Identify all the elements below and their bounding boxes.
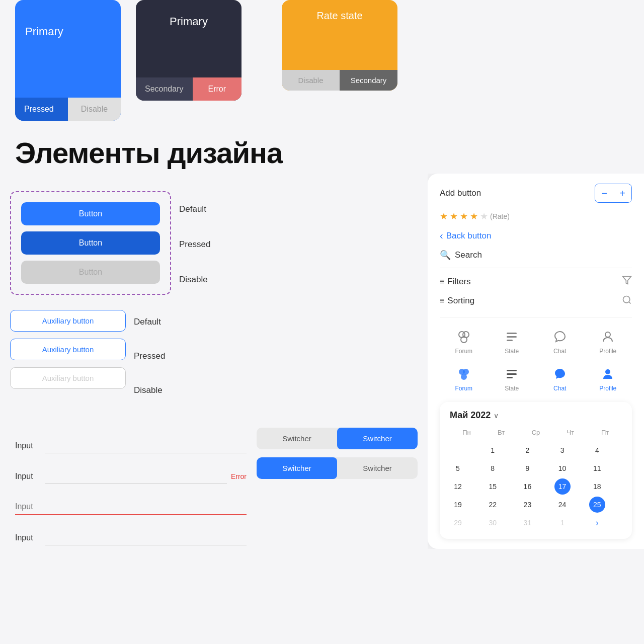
input-error-label: Error xyxy=(231,472,247,480)
cal-day-8[interactable]: 8 xyxy=(485,460,501,476)
switcher-btn-left-1[interactable]: Switcher xyxy=(257,428,337,449)
cal-day-2[interactable]: 2 xyxy=(519,442,535,458)
counter-plus-button[interactable]: + xyxy=(613,184,631,202)
input-field-error[interactable] xyxy=(15,499,247,515)
nav-item-forum-active[interactable]: Forum xyxy=(455,365,473,392)
svg-point-9 xyxy=(605,332,610,337)
forum-icon-active xyxy=(455,365,473,383)
search-label[interactable]: Search xyxy=(455,250,482,260)
switcher-section: Switcher Switcher Switcher Switcher 📅 DD… xyxy=(257,428,418,494)
cal-header-thu: Чт xyxy=(553,427,587,438)
counter-minus-button[interactable]: − xyxy=(595,184,613,202)
filters-row: ≡ Filters xyxy=(440,275,632,288)
nav-item-chat-inactive[interactable]: Chat xyxy=(551,328,569,355)
svg-rect-6 xyxy=(507,333,517,334)
swatch-rate-secondary: Secondary xyxy=(340,70,397,91)
cal-day-23[interactable]: 23 xyxy=(519,497,535,513)
right-panel-wrapper: Add button − + ★ ★ ★ ★ ★ (Rate) ‹ Back b… xyxy=(428,174,644,549)
swatch-rate-state: Rate state Disable Secondary xyxy=(282,0,397,91)
main-heading: Элементы дизайна xyxy=(15,136,282,170)
star-4[interactable]: ★ xyxy=(470,211,478,222)
cal-header-fri: Пт xyxy=(588,427,622,438)
star-2[interactable]: ★ xyxy=(450,211,458,222)
primary-button-default[interactable]: Button xyxy=(21,202,160,225)
add-button-label: Add button xyxy=(440,188,481,198)
sorting-label[interactable]: Sorting xyxy=(447,296,474,306)
aux-state-pressed: Pressed xyxy=(134,351,165,361)
aux-button-default[interactable]: Auxiliary button xyxy=(10,310,126,332)
back-button-label[interactable]: Back button xyxy=(446,231,492,241)
nav-item-profile-inactive[interactable]: Profile xyxy=(599,328,617,355)
star-5[interactable]: ★ xyxy=(480,211,488,222)
rating-label: (Rate) xyxy=(490,212,510,220)
cal-day-5[interactable]: 5 xyxy=(450,460,466,476)
input-row-4: Input xyxy=(15,530,247,545)
cal-day-15[interactable]: 15 xyxy=(485,478,501,495)
cal-day-9[interactable]: 9 xyxy=(519,460,535,476)
nav-item-state-inactive[interactable]: State xyxy=(503,328,521,355)
swatch-rate-label: Rate state xyxy=(282,0,397,22)
nav-item-profile-active[interactable]: Profile xyxy=(599,365,617,392)
cal-day-1[interactable]: 1 xyxy=(485,442,501,458)
cal-day-empty xyxy=(450,442,466,458)
cal-day-next-arrow[interactable]: › xyxy=(589,515,605,531)
primary-button-pressed[interactable]: Button xyxy=(21,231,160,255)
cal-day-10[interactable]: 10 xyxy=(554,460,571,476)
switcher-btn-right-1[interactable]: Switcher xyxy=(337,428,418,449)
input-field-1[interactable] xyxy=(45,438,247,453)
state-icon-active xyxy=(503,365,521,383)
cal-day-16[interactable]: 16 xyxy=(519,478,535,495)
svg-rect-13 xyxy=(507,370,517,371)
calendar-chevron-icon[interactable]: ∨ xyxy=(494,412,499,420)
nav-profile-label-inactive: Profile xyxy=(599,348,616,355)
cal-day-12[interactable]: 12 xyxy=(450,478,466,495)
sorting-search-icon[interactable] xyxy=(622,295,632,307)
input-row-2: Input Error xyxy=(15,468,247,484)
profile-icon-active xyxy=(599,365,617,383)
filters-lines-icon: ≡ xyxy=(440,277,444,286)
swatch-pressed: Pressed xyxy=(15,98,68,121)
cal-header-mon: Пн xyxy=(450,427,484,438)
input-row-3 xyxy=(15,499,247,515)
cal-day-17-today[interactable]: 17 xyxy=(554,478,571,495)
cal-day-22[interactable]: 22 xyxy=(485,497,501,513)
input-section: Input Input Error Input xyxy=(15,438,247,560)
nav-item-chat-active[interactable]: Chat xyxy=(551,365,569,392)
input-field-2[interactable] xyxy=(45,468,227,484)
cal-day-19[interactable]: 19 xyxy=(450,497,466,513)
input-field-4[interactable] xyxy=(45,530,247,545)
svg-marker-0 xyxy=(623,277,631,284)
cal-day-3[interactable]: 3 xyxy=(554,442,571,458)
switcher-btn-left-2[interactable]: Switcher xyxy=(257,457,337,479)
nav-item-state-active[interactable]: State xyxy=(503,365,521,392)
svg-point-12 xyxy=(461,374,467,380)
top-swatches: Primary Pressed Disable Primary Secondar… xyxy=(0,0,413,121)
cal-day-next-1[interactable]: 1 xyxy=(554,515,571,531)
sorting-lines-icon: ≡ xyxy=(440,296,444,305)
input-label-2: Input xyxy=(15,472,45,481)
cal-day-11[interactable]: 11 xyxy=(589,460,605,476)
cal-day-18[interactable]: 18 xyxy=(589,478,605,495)
swatch-secondary: Secondary xyxy=(136,77,193,101)
star-3[interactable]: ★ xyxy=(460,211,468,222)
funnel-icon[interactable] xyxy=(622,275,632,288)
svg-point-16 xyxy=(605,369,610,374)
swatch-dark-label: Primary xyxy=(136,0,242,28)
counter-buttons: − + xyxy=(595,184,632,203)
cal-day-25-selected[interactable]: 25 xyxy=(589,497,605,513)
nav-item-forum-inactive[interactable]: Forum xyxy=(455,328,473,355)
cal-day-31[interactable]: 31 xyxy=(519,515,535,531)
input-row-1: Input xyxy=(15,438,247,453)
svg-point-1 xyxy=(623,296,630,303)
filters-label[interactable]: Filters xyxy=(447,277,470,287)
state-icon-inactive xyxy=(503,328,521,346)
state-label-disable: Disable xyxy=(179,275,210,285)
star-1[interactable]: ★ xyxy=(440,211,448,222)
switcher-row-1: Switcher Switcher xyxy=(257,428,418,449)
cal-day-30[interactable]: 30 xyxy=(485,515,501,531)
cal-day-29[interactable]: 29 xyxy=(450,515,466,531)
cal-day-4[interactable]: 4 xyxy=(589,442,605,458)
cal-day-24[interactable]: 24 xyxy=(554,497,571,513)
aux-button-pressed[interactable]: Auxiliary button xyxy=(10,339,126,360)
switcher-btn-right-2[interactable]: Switcher xyxy=(337,457,418,479)
